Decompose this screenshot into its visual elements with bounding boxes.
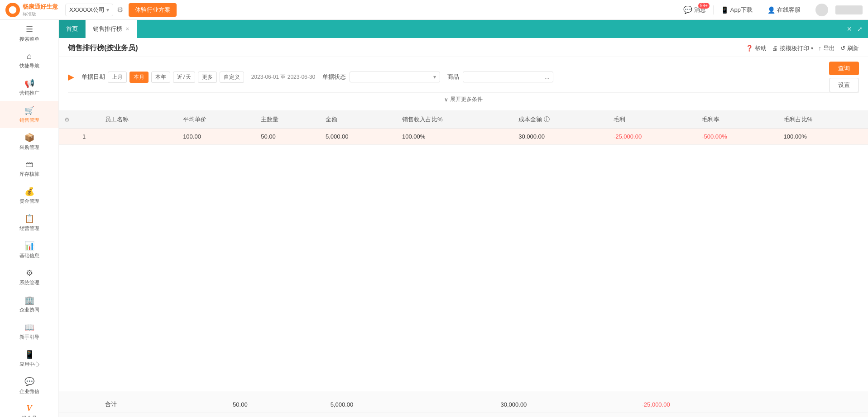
goods-more-icon: ... bbox=[545, 74, 549, 80]
col-profit-pct: 毛利占比% bbox=[778, 111, 868, 129]
notification-button[interactable]: 💬 消息 99+ bbox=[683, 5, 706, 14]
help-icon: ❓ bbox=[746, 45, 753, 52]
date-btn-more[interactable]: 更多 bbox=[198, 72, 217, 83]
sidebar-item-member[interactable]: V 畅会员 bbox=[0, 399, 58, 417]
help-button[interactable]: ❓ 帮助 bbox=[746, 44, 767, 53]
date-btn-last-month[interactable]: 上月 bbox=[108, 72, 127, 83]
date-btn-custom[interactable]: 自定义 bbox=[220, 72, 244, 83]
date-btn-7days[interactable]: 近7天 bbox=[173, 72, 195, 83]
sidebar-item-guide[interactable]: 📖 新手引导 bbox=[0, 318, 58, 345]
logo-icon bbox=[5, 3, 20, 17]
sidebar-item-enterprise[interactable]: 🏢 企业协同 bbox=[0, 291, 58, 318]
settings-button[interactable]: 设置 bbox=[829, 78, 859, 92]
sidebar-item-purchase[interactable]: 📦 采购管理 bbox=[0, 128, 58, 155]
app-download-button[interactable]: 📱 App下载 bbox=[721, 6, 753, 14]
gear-settings-icon[interactable]: ⚙ bbox=[117, 5, 123, 14]
row-profit: -25,000.00 bbox=[608, 129, 696, 145]
page-actions: ❓ 帮助 🖨 按模板打印 ▾ ↑ 导出 ↺ bbox=[746, 44, 859, 53]
expand-down-icon: ∨ bbox=[444, 96, 448, 103]
export-icon: ↑ bbox=[819, 45, 822, 52]
expand-more-conditions[interactable]: ∨ 展开更多条件 bbox=[68, 92, 859, 106]
logo-area: 畅康通好生意 标准版 bbox=[5, 3, 58, 17]
guide-icon: 📖 bbox=[24, 322, 34, 332]
sidebar-item-marketing[interactable]: 📢 营销推广 bbox=[0, 74, 58, 101]
col-amount: 全额 bbox=[320, 111, 397, 129]
divider3 bbox=[808, 5, 808, 14]
date-label: 单据日期 bbox=[82, 73, 105, 81]
col-profit: 毛利 bbox=[608, 111, 696, 129]
footer-avg-price-cell bbox=[186, 397, 227, 412]
footer-profit: -25,000.00 bbox=[637, 397, 785, 412]
status-filter: 单据状态 ▾ bbox=[322, 72, 440, 82]
query-button[interactable]: 查询 bbox=[829, 62, 859, 75]
sidebar-item-search[interactable]: ☰ 搜索菜单 bbox=[0, 20, 58, 47]
goods-filter: 商品 ... bbox=[447, 72, 553, 82]
tab-close-icon[interactable]: × bbox=[126, 26, 129, 32]
tab-restore-icon[interactable]: ⤢ bbox=[857, 25, 863, 33]
sidebar: ☰ 搜索菜单 ⌂ 快捷导航 📢 营销推广 🛒 销售管理 📦 采购管理 🗃 库 bbox=[0, 20, 59, 417]
sidebar-item-basic-info[interactable]: 📊 基础信息 bbox=[0, 236, 58, 264]
col-profit-rate: 毛利率 bbox=[696, 111, 778, 129]
tab-right-actions: × ⤢ bbox=[841, 24, 868, 34]
goods-input[interactable]: ... bbox=[463, 72, 553, 82]
wechat-icon: 💬 bbox=[24, 377, 34, 387]
top-bar: 畅康通好生意 标准版 XXXXXX公司 ▾ ⚙ 体验行业方案 💬 消息 99+ … bbox=[0, 0, 868, 20]
footer-qty: 50.00 bbox=[227, 397, 325, 412]
status-select[interactable]: ▾ bbox=[350, 72, 440, 82]
avatar[interactable] bbox=[815, 4, 828, 16]
tab-close-window-icon[interactable]: × bbox=[847, 24, 852, 34]
finance-icon: 💰 bbox=[24, 187, 34, 197]
row-sales-pct: 100.00% bbox=[397, 129, 513, 145]
footer-sales-pct-cell bbox=[454, 397, 495, 412]
notification-badge: 99+ bbox=[698, 3, 710, 9]
sidebar-item-inventory[interactable]: 🗃 库存核算 bbox=[0, 155, 58, 182]
tab-sales-ranking[interactable]: 销售排行榜 × bbox=[86, 20, 137, 38]
user-name bbox=[835, 5, 863, 14]
sidebar-item-finance[interactable]: 💰 资金管理 bbox=[0, 182, 58, 209]
col-avg-price: 平均单价 bbox=[177, 111, 255, 129]
system-icon: ⚙ bbox=[26, 268, 33, 278]
export-button[interactable]: ↑ 导出 bbox=[819, 44, 835, 53]
row-qty: 50.00 bbox=[255, 129, 320, 145]
logo-text: 畅康通好生意 标准版 bbox=[23, 3, 58, 17]
date-btn-this-month[interactable]: 本月 bbox=[129, 72, 149, 83]
tab-home[interactable]: 首页 bbox=[59, 20, 86, 38]
table-header-row: ⚙ 员工名称 平均单价 主数量 全额 销售收入占比% 成本全额 ⓘ bbox=[59, 111, 868, 129]
sidebar-item-system[interactable]: ⚙ 系统管理 bbox=[0, 264, 58, 291]
company-selector[interactable]: XXXXXX公司 ▾ bbox=[65, 4, 113, 16]
data-table: ⚙ 员工名称 平均单价 主数量 全额 销售收入占比% 成本全额 ⓘ bbox=[59, 111, 868, 145]
date-btn-this-year[interactable]: 本年 bbox=[151, 72, 170, 83]
operation-icon: 📋 bbox=[24, 214, 34, 224]
footer-row: 合计 50.00 5,000.00 30,000.00 -25,000.00 bbox=[59, 397, 868, 412]
refresh-button[interactable]: ↺ 刷新 bbox=[840, 44, 859, 53]
row-settings-cell bbox=[59, 129, 77, 145]
footer-cost: 30,000.00 bbox=[495, 397, 637, 412]
top-bar-right: 💬 消息 99+ 📱 App下载 👤 在线客服 bbox=[683, 4, 863, 16]
sidebar-item-sales[interactable]: 🛒 销售管理 bbox=[0, 101, 58, 128]
trial-button[interactable]: 体验行业方案 bbox=[129, 3, 177, 17]
online-service-button[interactable]: 👤 在线客服 bbox=[767, 6, 801, 14]
member-icon: V bbox=[26, 404, 32, 413]
sidebar-item-operation[interactable]: 📋 经营管理 bbox=[0, 209, 58, 236]
column-settings-icon[interactable]: ⚙ bbox=[64, 116, 70, 123]
row-profit-pct: 100.00% bbox=[778, 129, 868, 145]
page-content: 销售排行榜(按业务员) ❓ 帮助 🖨 按模板打印 ▾ ↑ bbox=[59, 38, 868, 417]
page-header: 销售排行榜(按业务员) ❓ 帮助 🖨 按模板打印 ▾ ↑ bbox=[59, 38, 868, 57]
sidebar-item-quick-nav[interactable]: ⌂ 快捷导航 bbox=[0, 47, 58, 74]
col-rank bbox=[77, 111, 100, 129]
footer-rank-cell bbox=[77, 397, 100, 412]
sales-icon: 🛒 bbox=[24, 105, 34, 115]
print-dropdown-icon: ▾ bbox=[811, 46, 813, 51]
tab-bar: 首页 销售排行榜 × × ⤢ bbox=[59, 20, 868, 38]
filter-expand-icon[interactable]: ▶ bbox=[68, 72, 74, 82]
sidebar-item-wechat[interactable]: 💬 企业微信 bbox=[0, 372, 58, 399]
sidebar-item-app-center[interactable]: 📱 应用中心 bbox=[0, 345, 58, 372]
col-settings[interactable]: ⚙ bbox=[59, 111, 77, 129]
purchase-icon: 📦 bbox=[24, 133, 34, 143]
enterprise-icon: 🏢 bbox=[24, 295, 34, 305]
row-amount: 5,000.00 bbox=[320, 129, 397, 145]
table-row: 1 100.00 50.00 5,000.00 100.00% 30,000.0… bbox=[59, 129, 868, 145]
search-menu-icon: ☰ bbox=[26, 24, 33, 34]
print-button[interactable]: 🖨 按模板打印 ▾ bbox=[772, 44, 813, 53]
date-filter: 单据日期 上月 本月 本年 近7天 更多 自定义 bbox=[82, 72, 244, 83]
